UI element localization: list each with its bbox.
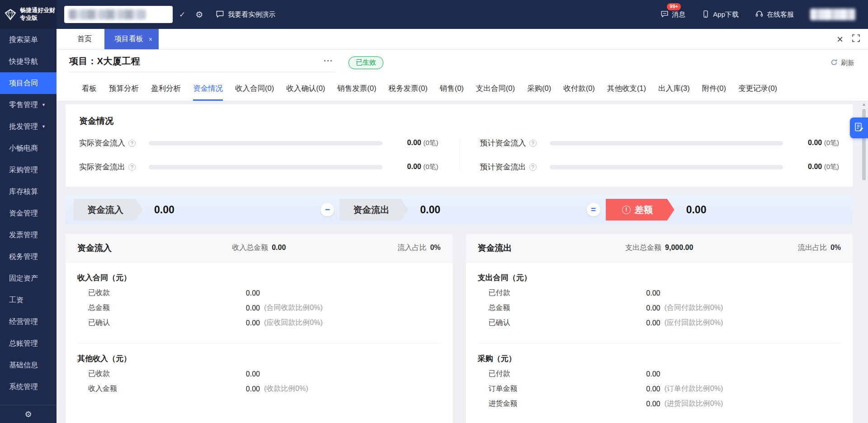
tab-other-income-expense[interactable]: 其他收支(1)	[607, 76, 646, 101]
sidebar-item-ecommerce[interactable]: 小畅电商	[0, 137, 57, 159]
card-row: 总金额 0.00 (合同收款比例0%)	[88, 303, 441, 313]
outflow-ratio-label: 流出占比	[798, 244, 827, 251]
check-icon[interactable]: ✓	[179, 10, 185, 19]
tab-in-out-warehouse[interactable]: 出入库(3)	[658, 76, 690, 101]
user-name-redacted[interactable]	[810, 9, 855, 20]
card-row: 进货金额 0.00 (进货回款比例0%)	[489, 399, 841, 409]
app-download-button[interactable]: App下载	[702, 10, 739, 19]
settings-gear-icon[interactable]: ⚙	[195, 9, 203, 20]
tab-attachments[interactable]: 附件(0)	[702, 76, 726, 101]
card-section-title: 采购（元）	[478, 353, 841, 364]
funds-row-value: 0.00	[808, 163, 822, 170]
messages-button[interactable]: 99+ 消息	[660, 10, 685, 19]
sidebar-item-business-mgmt[interactable]: 经营管理	[0, 311, 57, 333]
topbar-right: 99+ 消息 App下载 在线客服	[660, 9, 868, 20]
sidebar-gear-icon[interactable]: ⚙	[24, 409, 32, 419]
funds-row-count: (0笔)	[423, 139, 438, 146]
card-section: 收入合同（元） 已收款 0.00 总金额 0.00 (合同收款比例0%)	[66, 263, 453, 336]
tab-sales-invoice[interactable]: 销售发票(0)	[337, 76, 376, 101]
funds-overview-grid: 实际资金流入? 0.00 (0笔) 预计资金流入? 0.00 (0笔) 实际资金…	[79, 138, 839, 172]
headset-icon	[755, 9, 764, 19]
card-row: 已确认 0.00 (应付回款比例0%)	[489, 318, 841, 328]
help-icon[interactable]: ?	[529, 140, 537, 147]
sidebar-item-system-mgmt[interactable]: 系统管理	[0, 376, 57, 398]
tab-home[interactable]: 首页	[66, 29, 103, 49]
sidebar-item-funds[interactable]: 资金管理	[0, 202, 57, 224]
sidebar-item-project-contract[interactable]: 项目合同	[0, 72, 57, 94]
more-actions-button[interactable]: ···	[324, 56, 333, 66]
funds-row-count: (0笔)	[824, 139, 839, 146]
sidebar-item-fixed-assets[interactable]: 固定资产	[0, 268, 57, 289]
online-service-label: 在线客服	[767, 10, 794, 19]
outflow-total-value: 9,000.00	[665, 244, 693, 251]
tab-budget-analysis[interactable]: 预算分析	[109, 76, 139, 101]
sidebar-item-inventory[interactable]: 库存核算	[0, 181, 57, 202]
sidebar-item-payroll[interactable]: 工资	[0, 289, 57, 311]
funds-progress-bar	[550, 165, 783, 169]
sidebar-item-general-ledger[interactable]: 总账管理	[0, 333, 57, 354]
tab-expense-contract[interactable]: 支出合同(0)	[476, 76, 515, 101]
scroll-up-arrow[interactable]: ▲	[862, 102, 866, 107]
funds-progress-bar	[149, 165, 382, 169]
topbar: 畅捷通好业财 专业版 ✓ ⚙ 我要看实例演示 99+ 消息	[0, 0, 868, 29]
inflow-summary-label: 资金流入	[74, 199, 142, 221]
help-icon[interactable]: ?	[128, 140, 136, 147]
project-title-field[interactable]: 项目：X大厦工程 ···	[69, 53, 336, 72]
brand-name: 畅捷通好业财	[20, 7, 55, 14]
refresh-label: 刷新	[841, 59, 854, 67]
funds-row-label: 实际资金流出	[79, 162, 125, 172]
tab-change-log[interactable]: 变更记录(0)	[738, 76, 777, 101]
online-service-button[interactable]: 在线客服	[755, 9, 794, 19]
fullscreen-icon[interactable]	[852, 34, 860, 44]
funds-row: 实际资金流出? 0.00 (0笔)	[79, 162, 439, 172]
brand-edition: 专业版	[20, 14, 55, 22]
card-row: 已收款 0.00	[88, 369, 441, 379]
funds-row: 预计资金流出? 0.00 (0笔)	[480, 162, 840, 172]
sidebar-item-invoice[interactable]: 发票管理	[0, 224, 57, 246]
tab-kanban[interactable]: 看板	[82, 76, 97, 101]
sidebar-item-wholesale[interactable]: 批发管理▼	[0, 116, 57, 137]
tab-income-contract[interactable]: 收入合同(0)	[235, 76, 274, 101]
tab-funds-status[interactable]: 资金情况	[193, 76, 223, 101]
sidebar-item-retail[interactable]: 零售管理▼	[0, 94, 57, 116]
tab-project-dashboard[interactable]: 项目看板 ×	[104, 29, 159, 49]
refresh-button[interactable]: 刷新	[830, 59, 854, 67]
help-icon[interactable]: ?	[529, 164, 537, 171]
card-row: 已付款 0.00	[489, 288, 841, 298]
inflow-ratio-label: 流入占比	[397, 244, 426, 251]
tab-tax-invoice[interactable]: 税务发票(0)	[389, 76, 428, 101]
global-search-input[interactable]	[64, 6, 173, 23]
sidebar: 搜索菜单 快捷导航 项目合同 零售管理▼ 批发管理▼ 小畅电商 采购管理 库存核…	[0, 29, 57, 423]
outflow-card-header: 资金流出 支出总金额9,000.00 流出占比0%	[466, 234, 853, 263]
funds-progress-bar	[550, 141, 783, 146]
sidebar-item-purchasing[interactable]: 采购管理	[0, 159, 57, 181]
difference-summary-label: ! 差额	[606, 199, 675, 221]
tab-sales[interactable]: 销售(0)	[440, 76, 464, 101]
sidebar-nav: 搜索菜单 快捷导航 项目合同 零售管理▼ 批发管理▼ 小畅电商 采购管理 库存核…	[0, 29, 57, 405]
tab-income-confirm[interactable]: 收入确认(0)	[286, 76, 325, 101]
card-section-title: 支出合同（元）	[478, 273, 841, 283]
project-header-block: 项目：X大厦工程 ··· 已生效 刷新 看板	[57, 50, 868, 101]
funds-row-label: 实际资金流入	[79, 138, 125, 148]
message-count-badge: 99+	[667, 3, 681, 10]
tab-purchase[interactable]: 采购(0)	[527, 76, 551, 101]
sidebar-item-tax[interactable]: 税务管理	[0, 246, 57, 268]
tab-close-icon[interactable]: ×	[149, 36, 152, 43]
sidebar-footer: ⚙	[0, 405, 57, 423]
document-pencil-icon	[854, 122, 864, 134]
inflow-total-value: 0.00	[272, 244, 286, 251]
sidebar-item-basic-info[interactable]: 基础信息	[0, 354, 57, 376]
quick-entry-button[interactable]	[850, 118, 868, 138]
inflow-card-title: 资金流入	[77, 242, 184, 254]
tab-payments[interactable]: 收付款(0)	[563, 76, 595, 101]
page: 项目：X大厦工程 ··· 已生效 刷新 看板	[57, 50, 868, 423]
sidebar-item-quick-nav[interactable]: 快捷导航	[0, 51, 57, 72]
tabstrip: 首页 项目看板 × ×	[57, 29, 868, 50]
brand: 畅捷通好业财 专业版	[0, 0, 57, 29]
sidebar-item-search-menu[interactable]: 搜索菜单	[0, 29, 57, 51]
close-icon[interactable]: ×	[837, 34, 843, 45]
card-row: 已付款 0.00	[489, 369, 841, 379]
demo-link[interactable]: 我要看实例演示	[216, 9, 275, 19]
tab-profit-analysis[interactable]: 盈利分析	[151, 76, 181, 101]
help-icon[interactable]: ?	[128, 164, 136, 171]
